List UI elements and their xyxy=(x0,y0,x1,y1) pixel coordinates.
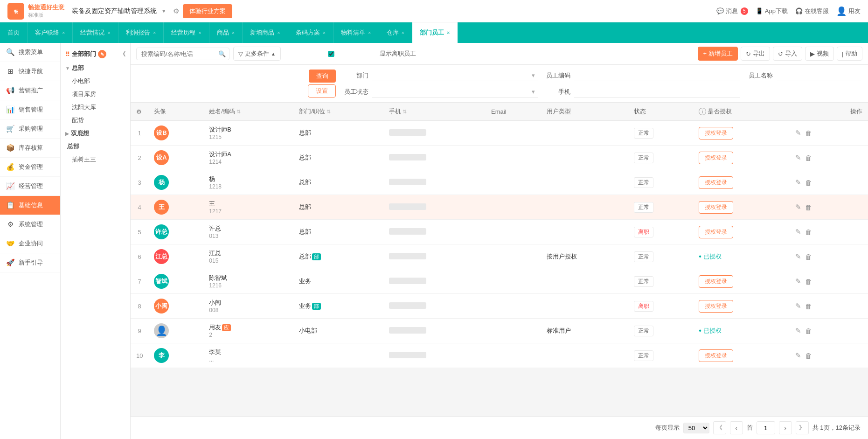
close-tab-icon[interactable]: × xyxy=(323,30,326,35)
video-button[interactable]: ▶ 视频 xyxy=(805,47,834,61)
delete-row-button[interactable]: 🗑 xyxy=(805,253,812,261)
nav-tab-部门员工[interactable]: 部门员工× xyxy=(412,22,458,43)
user-area[interactable]: 👤 用友 xyxy=(836,6,861,16)
delete-row-button[interactable]: 🗑 xyxy=(805,302,812,310)
dept-parent-2[interactable]: 总部 xyxy=(61,140,130,153)
dept-child-0[interactable]: 小电部 xyxy=(61,75,130,88)
show-resigned-label[interactable]: 显示离职员工 xyxy=(285,49,416,58)
delete-row-button[interactable]: 🗑 xyxy=(805,129,812,137)
left-nav-item-快捷导航[interactable]: ⊞快捷导航 xyxy=(0,62,60,81)
dropdown-icon[interactable]: ▾ xyxy=(162,7,166,14)
delete-row-button[interactable]: 🗑 xyxy=(805,278,812,286)
message-button[interactable]: 💬 消息 5 xyxy=(716,7,748,15)
edit-row-button[interactable]: ✎ xyxy=(795,302,801,310)
auth-login-button[interactable]: 授权登录 xyxy=(699,226,733,238)
dept-filter-select[interactable]: ▾ xyxy=(372,70,538,81)
import-button[interactable]: ↺ 导入 xyxy=(773,47,802,61)
settings-icon[interactable]: ⚙ xyxy=(173,7,179,15)
online-service-button[interactable]: 🎧 在线客服 xyxy=(795,7,829,15)
collapse-tree-button[interactable]: 《 xyxy=(120,50,125,58)
prev-page-button[interactable]: ‹ xyxy=(730,421,743,434)
edit-row-button[interactable]: ✎ xyxy=(795,327,801,335)
edit-row-button[interactable]: ✎ xyxy=(795,228,801,236)
col-name[interactable]: 姓名/编码 xyxy=(203,103,293,121)
dept-child-3[interactable]: 配货 xyxy=(61,114,130,127)
left-nav-item-基础信息[interactable]: 📋基础信息 xyxy=(0,196,60,215)
delete-row-button[interactable]: 🗑 xyxy=(805,228,812,236)
help-button[interactable]: | 帮助 xyxy=(837,47,862,61)
edit-row-button[interactable]: ✎ xyxy=(795,129,801,137)
edit-dept-button[interactable]: ✎ xyxy=(98,50,106,58)
col-phone[interactable]: 手机 xyxy=(383,103,486,121)
emp-name-input[interactable] xyxy=(777,70,861,81)
dept-parent-0[interactable]: ▼ 总部 xyxy=(61,62,130,75)
dept-tree-all[interactable]: ⠿ 全部部门 ✎ 《 xyxy=(61,47,130,62)
auth-login-button[interactable]: 授权登录 xyxy=(699,300,733,313)
close-tab-icon[interactable]: × xyxy=(62,30,65,35)
nav-tab-经营历程[interactable]: 经营历程× xyxy=(164,22,209,43)
close-tab-icon[interactable]: × xyxy=(402,30,404,35)
auth-login-button[interactable]: 授权登录 xyxy=(699,201,733,214)
delete-row-button[interactable]: 🗑 xyxy=(805,179,812,187)
add-employee-button[interactable]: + 新增员工 xyxy=(698,47,737,61)
close-tab-icon[interactable]: × xyxy=(153,30,156,35)
page-number-input[interactable] xyxy=(757,421,775,434)
left-nav-item-企业协同[interactable]: 🤝企业协同 xyxy=(0,234,60,253)
edit-row-button[interactable]: ✎ xyxy=(795,351,801,360)
delete-row-button[interactable]: 🗑 xyxy=(805,327,812,335)
edit-row-button[interactable]: ✎ xyxy=(795,252,801,261)
nav-tab-客户联络[interactable]: 客户联络× xyxy=(28,22,73,43)
delete-row-button[interactable]: 🗑 xyxy=(805,203,812,211)
per-page-select[interactable]: 50 20 100 xyxy=(683,423,709,433)
more-conditions-button[interactable]: ▽ 更多条件 ▲ xyxy=(233,47,281,61)
emp-code-input[interactable] xyxy=(574,70,740,81)
export-button[interactable]: ↻ 导出 xyxy=(741,47,770,61)
close-tab-icon[interactable]: × xyxy=(447,30,450,35)
auth-login-button[interactable]: 授权登录 xyxy=(699,152,733,164)
close-tab-icon[interactable]: × xyxy=(198,30,201,35)
edit-row-button[interactable]: ✎ xyxy=(795,203,801,211)
nav-tab-商品[interactable]: 商品× xyxy=(209,22,243,43)
show-resigned-checkbox[interactable] xyxy=(285,51,378,57)
nav-tab-利润报告[interactable]: 利润报告× xyxy=(118,22,164,43)
close-tab-icon[interactable]: × xyxy=(107,30,110,35)
nav-tab-新增商品[interactable]: 新增商品× xyxy=(243,22,288,43)
next-page-button[interactable]: › xyxy=(779,421,792,434)
auth-login-button[interactable]: 授权登录 xyxy=(699,349,733,362)
edit-row-button[interactable]: ✎ xyxy=(795,153,801,162)
nav-tab-物料清单[interactable]: 物料清单× xyxy=(333,22,379,43)
close-tab-icon[interactable]: × xyxy=(277,30,280,35)
close-tab-icon[interactable]: × xyxy=(232,30,235,35)
filter-search-button[interactable]: 查询 xyxy=(309,70,336,83)
left-nav-item-采购管理[interactable]: 🛒采购管理 xyxy=(0,119,60,139)
auth-login-button[interactable]: 授权登录 xyxy=(699,176,733,189)
emp-status-select[interactable]: ▾ xyxy=(372,86,538,98)
first-page-button[interactable]: 《 xyxy=(713,421,726,434)
left-nav-item-资金管理[interactable]: 💰资金管理 xyxy=(0,158,60,177)
left-nav-item-库存核算[interactable]: 📦库存核算 xyxy=(0,139,60,158)
dept-child-2[interactable]: 沈阳大库 xyxy=(61,101,130,114)
left-nav-item-销售管理[interactable]: 📊销售管理 xyxy=(0,100,60,119)
left-nav-item-系统管理[interactable]: ⚙系统管理 xyxy=(0,215,60,234)
delete-row-button[interactable]: 🗑 xyxy=(805,352,812,360)
filter-setting-button[interactable]: 设置 xyxy=(308,84,336,98)
left-nav-item-搜索菜单[interactable]: 🔍搜索菜单 xyxy=(0,43,60,62)
nav-tab-经营情况[interactable]: 经营情况× xyxy=(73,22,118,43)
try-industry-button[interactable]: 体验行业方案 xyxy=(183,4,232,18)
dept-parent-1[interactable]: ▶ 双鹿想 xyxy=(61,127,130,140)
app-download-button[interactable]: 📱 App下载 xyxy=(756,7,788,15)
nav-tab-仓库[interactable]: 仓库× xyxy=(379,22,412,43)
col-dept[interactable]: 部门/职位 xyxy=(293,103,383,121)
close-tab-icon[interactable]: × xyxy=(368,30,371,35)
edit-row-button[interactable]: ✎ xyxy=(795,178,801,187)
auth-login-button[interactable]: 授权登录 xyxy=(699,127,733,139)
auth-login-button[interactable]: 授权登录 xyxy=(699,275,733,288)
nav-tab-首页[interactable]: 首页 xyxy=(0,22,28,43)
left-nav-item-营销推广[interactable]: 📢营销推广 xyxy=(0,81,60,100)
edit-row-button[interactable]: ✎ xyxy=(795,277,801,286)
left-nav-item-新手引导[interactable]: 🚀新手引导 xyxy=(0,253,60,272)
col-settings[interactable]: ⚙ xyxy=(131,103,148,121)
dept-child-4[interactable]: 插树王三 xyxy=(61,153,130,166)
phone-input[interactable] xyxy=(574,86,740,98)
last-page-button[interactable]: 》 xyxy=(796,421,809,434)
